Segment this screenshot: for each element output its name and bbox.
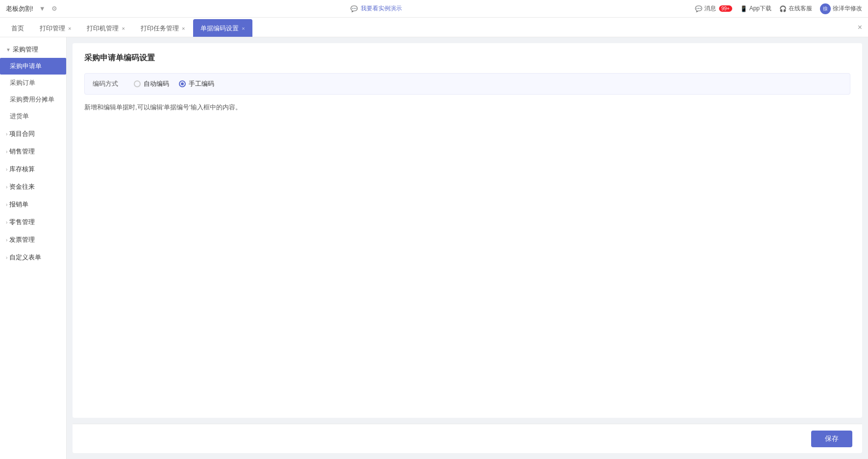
tab-print-mgmt-close[interactable]: × — [68, 26, 71, 31]
sidebar-group-label-inventory: 库存核算 — [9, 165, 35, 174]
service-icon: 🎧 — [779, 5, 787, 12]
tab-print-task-mgmt-close[interactable]: × — [182, 26, 185, 31]
arrow-right-icon-6: › — [6, 220, 7, 225]
content-area: 采购申请单编码设置 编码方式 自动编码 手工编码 — [67, 37, 868, 459]
arrow-right-icon-7: › — [6, 237, 7, 243]
sidebar-item-label-purchase-request: 采购申请单 — [10, 62, 42, 70]
sidebar-group-label-returns: 报销单 — [9, 200, 28, 209]
sidebar-group-label-invoice-mgmt: 发票管理 — [9, 235, 35, 244]
arrow-right-icon-5: › — [6, 202, 7, 207]
sidebar-group-label-retail-mgmt: 零售管理 — [9, 218, 35, 227]
radio-auto-label: 自动编码 — [144, 79, 169, 88]
sidebar: ▼ 采购管理 采购申请单 采购订单 采购费用分摊单 进货单 › 项目合同 — [0, 37, 67, 459]
save-button[interactable]: 保存 — [811, 431, 852, 447]
sidebar-group-retail-mgmt: › 零售管理 — [0, 214, 66, 230]
arrow-down-icon: ▼ — [6, 47, 11, 52]
brand-label: 老板勿割! — [6, 4, 33, 13]
sidebar-item-label-inbound: 进货单 — [10, 112, 29, 120]
arrow-right-icon-1: › — [6, 131, 7, 137]
app-download-group[interactable]: 📱 App下载 — [740, 4, 771, 13]
tab-print-mgmt-label: 打印管理 — [40, 24, 65, 33]
tab-bar: 首页 打印管理 × 打印机管理 × 打印任务管理 × 单据编码设置 × × — [0, 18, 868, 37]
sidebar-group-title-inventory[interactable]: › 库存核算 — [0, 161, 66, 178]
sidebar-item-purchase-order[interactable]: 采购订单 — [0, 75, 66, 91]
sidebar-item-label-purchase-order: 采购订单 — [10, 79, 35, 86]
arrow-right-icon-2: › — [6, 149, 7, 154]
tab-print-mgmt[interactable]: 打印管理 × — [32, 19, 78, 37]
demo-icon: 💬 — [350, 5, 358, 12]
user-avatar: 徐 — [820, 3, 831, 14]
sidebar-item-purchase-request[interactable]: 采购申请单 — [0, 58, 66, 75]
message-label: 消息 — [704, 4, 716, 13]
top-bar-right: 💬 消息 99+ 📱 App下载 🎧 在线客服 徐 徐泽华修改 — [695, 3, 862, 14]
sidebar-group-label-purchase-mgmt: 采购管理 — [13, 45, 38, 54]
content-main: 采购申请单编码设置 编码方式 自动编码 手工编码 — [73, 43, 862, 418]
tab-print-task-mgmt[interactable]: 打印任务管理 × — [133, 19, 192, 37]
tab-home-label: 首页 — [11, 24, 24, 33]
page-title: 采购申请单编码设置 — [84, 53, 850, 63]
tab-single-code-settings-label: 单据编码设置 — [200, 24, 239, 33]
message-group[interactable]: 💬 消息 99+ — [695, 4, 732, 13]
arrow-right-icon-8: › — [6, 255, 7, 260]
tab-printer-mgmt-label: 打印机管理 — [87, 24, 119, 33]
close-all-tabs-icon[interactable]: × — [858, 23, 862, 32]
description-text: 新增和编辑单据时,可以编辑'单据编号'输入框中的内容。 — [84, 102, 850, 113]
online-service-group[interactable]: 🎧 在线客服 — [779, 4, 812, 13]
main-layout: ▼ 采购管理 采购申请单 采购订单 采购费用分摊单 进货单 › 项目合同 — [0, 37, 868, 459]
encoding-radio-group: 自动编码 手工编码 — [134, 79, 214, 88]
dropdown-icon[interactable]: ▼ — [39, 5, 46, 12]
sidebar-group-custom-form: › 自定义表单 — [0, 249, 66, 266]
tab-print-task-mgmt-label: 打印任务管理 — [141, 24, 179, 33]
user-group[interactable]: 徐 徐泽华修改 — [820, 3, 862, 14]
sidebar-group-title-retail-mgmt[interactable]: › 零售管理 — [0, 214, 66, 230]
sidebar-group-invoice-mgmt: › 发票管理 — [0, 231, 66, 248]
message-icon: 💬 — [695, 5, 702, 12]
tab-home[interactable]: 首页 — [4, 19, 31, 37]
tab-printer-mgmt[interactable]: 打印机管理 × — [79, 19, 132, 37]
tab-printer-mgmt-close[interactable]: × — [122, 26, 124, 31]
arrow-right-icon-3: › — [6, 167, 7, 172]
sidebar-item-inbound[interactable]: 进货单 — [0, 108, 66, 125]
app-download-label: App下载 — [749, 4, 771, 13]
radio-manual-label: 手工编码 — [189, 79, 214, 88]
arrow-right-icon-4: › — [6, 184, 7, 190]
settings-icon[interactable]: ⚙ — [51, 5, 57, 12]
top-bar: 老板勿割! ▼ ⚙ 💬 我要看实例演示 💬 消息 99+ 📱 App下载 🎧 在… — [0, 0, 868, 18]
app-icon: 📱 — [740, 5, 747, 12]
sidebar-group-title-returns[interactable]: › 报销单 — [0, 196, 66, 213]
sidebar-group-sales-mgmt: › 销售管理 — [0, 143, 66, 160]
sidebar-group-capital: › 资金往来 — [0, 178, 66, 195]
sidebar-group-purchase-mgmt: ▼ 采购管理 采购申请单 采购订单 采购费用分摊单 进货单 — [0, 41, 66, 125]
sidebar-group-title-purchase-mgmt[interactable]: ▼ 采购管理 — [0, 41, 66, 58]
sidebar-group-label-capital: 资金往来 — [9, 182, 35, 191]
encoding-label: 编码方式 — [93, 79, 122, 88]
sidebar-group-returns: › 报销单 — [0, 196, 66, 213]
radio-manual-encoding[interactable]: 手工编码 — [179, 79, 214, 88]
radio-auto-encoding[interactable]: 自动编码 — [134, 79, 169, 88]
sidebar-group-title-capital[interactable]: › 资金往来 — [0, 178, 66, 195]
sidebar-group-project-contract: › 项目合同 — [0, 126, 66, 142]
sidebar-item-label-purchase-expense: 采购费用分摊单 — [10, 96, 54, 103]
sidebar-group-inventory: › 库存核算 — [0, 161, 66, 178]
sidebar-group-label-sales-mgmt: 销售管理 — [9, 147, 35, 156]
top-bar-left: 老板勿割! ▼ ⚙ — [6, 4, 57, 13]
sidebar-group-title-project-contract[interactable]: › 项目合同 — [0, 126, 66, 142]
online-service-label: 在线客服 — [789, 4, 812, 13]
tab-single-code-settings[interactable]: 单据编码设置 × — [193, 19, 252, 37]
sidebar-group-label-project-contract: 项目合同 — [9, 129, 35, 138]
demo-text[interactable]: 我要看实例演示 — [361, 4, 402, 13]
radio-circle-manual — [179, 80, 186, 87]
tab-single-code-settings-close[interactable]: × — [242, 26, 245, 31]
sidebar-item-purchase-expense[interactable]: 采购费用分摊单 — [0, 91, 66, 108]
radio-circle-auto — [134, 80, 141, 87]
encoding-row: 编码方式 自动编码 手工编码 — [84, 73, 850, 95]
top-bar-center: 💬 我要看实例演示 — [350, 4, 402, 13]
sidebar-group-title-sales-mgmt[interactable]: › 销售管理 — [0, 143, 66, 160]
sidebar-group-title-custom-form[interactable]: › 自定义表单 — [0, 249, 66, 266]
sidebar-group-label-custom-form: 自定义表单 — [9, 253, 41, 262]
message-badge: 99+ — [719, 5, 732, 12]
footer-bar: 保存 — [73, 424, 862, 453]
sidebar-group-title-invoice-mgmt[interactable]: › 发票管理 — [0, 231, 66, 248]
user-name: 徐泽华修改 — [833, 4, 862, 13]
